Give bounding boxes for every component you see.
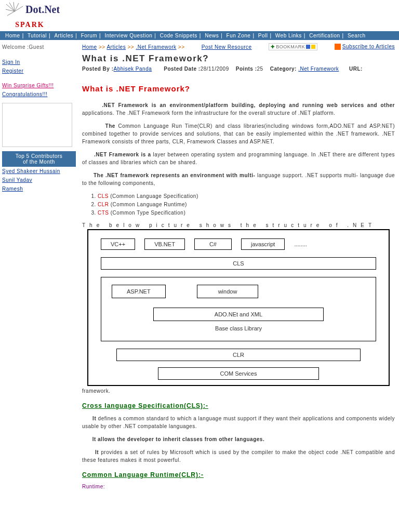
net-structure-diagram: VC++ VB.NET C# javascript ........ CLS A…: [87, 229, 390, 386]
surprise-link[interactable]: Win Surprise Gifts!!!: [2, 81, 76, 90]
paragraph: .NET Framework is a layer between operat…: [82, 151, 395, 166]
diagram-window-box: window: [197, 285, 259, 298]
diagram-lang-box: VB.NET: [144, 238, 185, 250]
rss-icon: [335, 44, 341, 50]
runtime-label: Runtime:: [82, 484, 395, 489]
diagram-lang-box: javascript: [241, 238, 285, 250]
svg-line-6: [7, 11, 15, 16]
diagram-asp-box: ASP.NET: [112, 285, 166, 298]
paragraph: It allows the developer to inherit class…: [82, 435, 395, 443]
nav-interview[interactable]: Interview Question: [103, 33, 153, 38]
list-item: CLS (Common Language Specification): [98, 192, 395, 201]
sidebar-ad-box: [2, 103, 72, 147]
nav-forum[interactable]: Forum: [80, 33, 98, 38]
contributors-header: Top 5 Contributorsof the Month: [2, 151, 76, 167]
nav-poll[interactable]: Poll: [257, 33, 269, 38]
category-link[interactable]: .Net Framework: [298, 66, 339, 72]
register-link[interactable]: Register: [2, 66, 76, 75]
article-meta: Posted By :Abhisek Panda Posted Date :28…: [82, 66, 395, 72]
component-list: CLS (Common Language Specification) CLR …: [98, 192, 395, 217]
list-item: CLR (Common Language Runtime): [98, 201, 395, 209]
site-logo: Dot.Net SPARK: [0, 0, 399, 31]
after-diagram: framework.: [82, 387, 395, 395]
breadcrumb-row: Home >> Articles >> .Net Framework >> Po…: [82, 42, 395, 51]
diagram-ado-box: ADO.NEt and XML: [153, 308, 324, 321]
article-title: What is .NET Framework?: [82, 51, 395, 66]
paragraph: It defines a common standard to which a …: [82, 415, 395, 430]
contributor-link[interactable]: Syed Shakeer Hussain: [2, 167, 76, 176]
bookmark-button[interactable]: ✚BOOKMARK: [269, 43, 318, 50]
signin-link[interactable]: Sign In: [2, 58, 76, 66]
diagram-base-label: Base class Library: [112, 325, 365, 331]
contributor-link[interactable]: Ramesh: [2, 184, 76, 193]
diagram-com-box: COM Services: [158, 367, 319, 380]
author-link[interactable]: Abhisek Panda: [114, 66, 152, 72]
nav-fun[interactable]: Fun Zone: [225, 33, 252, 38]
nav-search[interactable]: Search: [347, 33, 367, 38]
bc-articles[interactable]: Articles: [107, 44, 126, 50]
clr-heading: Common Language Runtime(CLR):-: [82, 471, 395, 478]
nav-tutorial[interactable]: Tutorial: [26, 33, 48, 38]
main-content: Home >> Articles >> .Net Framework >> Po…: [78, 40, 399, 496]
bc-net[interactable]: .Net Framework: [136, 44, 176, 50]
list-item: CTS (Common Type Specification): [98, 209, 395, 217]
logo-main: Dot.Net: [25, 4, 60, 15]
diagram-lang-box: VC++: [101, 238, 135, 250]
post-new-link[interactable]: Post New Resource: [202, 44, 252, 50]
diagram-base-library: ASP.NET window ADO.NEt and XML Base clas…: [101, 277, 376, 341]
congrats-link[interactable]: Congratulations!!!: [2, 90, 76, 99]
paragraph: The Common Language Run Time(CLR) and cl…: [82, 122, 395, 145]
top-nav: Home| Tutorial| Articles| Forum| Intervi…: [0, 31, 399, 40]
nav-weblinks[interactable]: Web Links: [274, 33, 303, 38]
contributor-link[interactable]: Sunil Yadav: [2, 176, 76, 184]
subscribe-link[interactable]: Subscribe to Articles: [335, 44, 395, 50]
nav-news[interactable]: News: [204, 33, 220, 38]
bc-home[interactable]: Home: [82, 44, 97, 50]
nav-snippets[interactable]: Code Snippets: [159, 33, 198, 38]
nav-cert[interactable]: Certification: [308, 33, 341, 38]
diagram-lang-box: C#: [194, 238, 232, 250]
cls-heading: Cross language Specification(CLS):-: [82, 402, 395, 409]
sidebar: Welcome :Guest Sign In Register Win Surp…: [0, 40, 78, 496]
welcome-text: Welcome :Guest: [2, 42, 76, 52]
diagram-clr-box: CLR: [116, 349, 361, 361]
paragraph: It provides a set of rules by Microsoft …: [82, 448, 395, 464]
content-heading: What is .NET Framework?: [82, 84, 395, 93]
logo-spark-icon: [5, 2, 24, 21]
diagram-cls-box: CLS: [101, 257, 376, 270]
nav-home[interactable]: Home: [4, 33, 21, 38]
nav-articles[interactable]: Articles: [53, 33, 74, 38]
logo-sub: SPARK: [15, 21, 44, 29]
paragraph: The .NET framework represents an environ…: [82, 171, 395, 187]
paragraph: .NET Framework is an environment/platfor…: [82, 101, 395, 117]
diagram-intro: The below picture shows the structure of…: [82, 222, 395, 228]
